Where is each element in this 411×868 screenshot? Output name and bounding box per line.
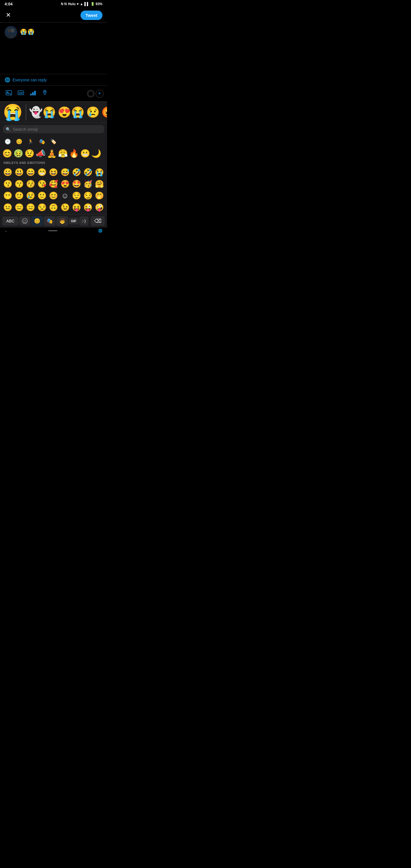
emoji-wink[interactable]: 😉 (60, 202, 70, 213)
tab-objects[interactable]: 🏷️ (48, 137, 59, 147)
delete-button[interactable]: ⌫ (91, 216, 105, 226)
emoji-sweat-smile[interactable]: 😅 (60, 167, 70, 178)
keyboard-down-button[interactable]: ⌄ (5, 229, 7, 233)
strip-emoji-1[interactable]: 😊 (2, 149, 12, 158)
emoji-upside-down[interactable]: 🙃 (48, 202, 59, 213)
status-bar: 4:04 N N Hulu ♥ ▲ ▌▌ 🔋 93% (0, 0, 107, 8)
strip-emoji-8[interactable]: 😬 (80, 149, 90, 158)
emoji-tear[interactable]: 😢 (25, 190, 36, 201)
emoji-unamused[interactable]: 😒 (36, 202, 48, 213)
reply-setting-label: Everyone can reply (12, 78, 47, 82)
emoji-kissing[interactable]: 😗 (2, 179, 13, 190)
avatar-image (5, 26, 17, 38)
abc-button[interactable]: ABC (2, 216, 19, 225)
featured-emoji-crying[interactable]: 😭 (3, 104, 26, 120)
gif-keyboard-button[interactable]: GIF (69, 218, 78, 224)
signal-icon: ▌▌ (85, 2, 89, 6)
tab-people[interactable]: 🏃 (25, 137, 36, 147)
emoji-stuck-out[interactable]: 😝 (71, 202, 82, 213)
emoji-no-mouth[interactable]: 😶 (2, 190, 13, 201)
battery-icon: 🔋 93% (91, 2, 102, 6)
emoji-grinning[interactable]: 😀 (2, 167, 13, 178)
location-button[interactable] (39, 88, 50, 99)
sticker-button[interactable] (19, 216, 31, 225)
tab-smileys[interactable]: 😊 (14, 137, 25, 147)
strip-emoji-9[interactable]: 🌙 (91, 149, 101, 158)
strip-emoji-5[interactable]: 🧘 (47, 149, 57, 158)
emoji-smirk[interactable]: 😏 (83, 190, 93, 201)
close-button[interactable]: ✕ (5, 10, 12, 20)
recent-emoji-heart-eyes[interactable]: 😍😭 (58, 107, 85, 118)
sticker-pack-button[interactable]: 🎭 (44, 216, 56, 226)
heart-icon: ♥ (77, 2, 79, 6)
emoji-hugging[interactable]: 🤗 (94, 179, 105, 190)
memoji-button[interactable]: 🧒 (56, 216, 68, 226)
emoji-blush[interactable]: 😊 (48, 190, 59, 201)
emoji-search-bar[interactable]: 🔍 (3, 125, 104, 133)
emoji-crying[interactable]: 😭 (94, 167, 105, 178)
search-input[interactable] (13, 127, 101, 132)
add-content-button[interactable]: + (96, 90, 104, 98)
strip-emoji-3[interactable]: 😟 (25, 149, 35, 158)
emoji-kissing-closed[interactable]: 😚 (25, 179, 36, 190)
svg-point-10 (44, 91, 45, 92)
keyboard-bottom-bar: ABC 😊 🎭 🧒 GIF :-) ⌫ (0, 214, 107, 227)
emoji-smiling-hearts[interactable]: 🥰 (48, 179, 59, 190)
poll-button[interactable] (27, 88, 38, 99)
status-icons: N N Hulu ♥ ▲ ▌▌ 🔋 93% (61, 2, 102, 6)
emoji-category-tabs: 🕐 😊 🏃 🎭 🏷️ (0, 135, 107, 148)
emoji-expressionless-2[interactable]: 😑 (25, 202, 36, 213)
strip-emoji-4[interactable]: 📣 (36, 149, 46, 158)
svg-point-2 (11, 29, 14, 33)
emoji-zany[interactable]: 🤪 (94, 202, 105, 213)
emoji-rofl[interactable]: 🤣 (71, 167, 82, 178)
status-time: 4:04 (5, 2, 12, 6)
recent-emoji-ghost[interactable]: 👻😭 (29, 107, 56, 118)
tab-activities[interactable]: 🎭 (36, 137, 48, 147)
tab-recent[interactable]: 🕐 (2, 137, 13, 147)
strip-emoji-2[interactable]: 🤢 (13, 149, 23, 158)
hulu-icon: Hulu (68, 2, 76, 6)
emoji-shushing[interactable]: 🤭 (94, 190, 105, 201)
emoji-winking-tongue[interactable]: 😜 (83, 202, 93, 213)
svg-point-1 (7, 29, 11, 33)
emoji-slightly-smile-2[interactable]: 🙂 (36, 190, 48, 201)
svg-point-14 (25, 220, 26, 221)
emoji-slightly-smile[interactable]: 🙂 (14, 190, 25, 201)
emoji-partying[interactable]: 🥳 (83, 179, 93, 190)
tweet-text[interactable]: 😭😭 (20, 26, 102, 70)
strip-emoji-6[interactable]: 😤 (58, 149, 68, 158)
svg-rect-7 (30, 94, 32, 95)
emoji-relieved[interactable]: 😌 (71, 190, 82, 201)
emoji-neutral[interactable]: 😐 (2, 202, 13, 213)
tweet-button[interactable]: Tweet (81, 10, 102, 20)
network-icon: N N (61, 2, 67, 6)
emoji-kissing-heart[interactable]: 😘 (36, 179, 48, 190)
kaomoji-button[interactable]: :-) (79, 216, 89, 225)
emoji-grin[interactable]: 😃 (14, 167, 25, 178)
image-button[interactable] (3, 88, 14, 99)
reply-setting[interactable]: 🌐 Everyone can reply (0, 74, 107, 86)
emoji-picker: 😭 👻😭 😍😭 😢 😡 🔍 🕐 😊 🏃 🎭 🏷️ 😊 🤢 😟 📣 🧘 😤 🔥 😬… (0, 102, 107, 235)
emoji-button[interactable]: 😊 (31, 216, 43, 226)
keyboard-switch-button[interactable]: 🌐 (98, 229, 102, 233)
emoji-beaming[interactable]: 😁 (36, 167, 48, 178)
compose-area: 😭😭 (0, 23, 107, 74)
swipe-bar-container: ⌄ 🌐 (0, 227, 107, 235)
search-icon: 🔍 (6, 127, 10, 132)
emoji-kissing-smiling[interactable]: 😙 (14, 179, 25, 190)
emoji-joy[interactable]: 😄 (25, 167, 36, 178)
recent-emoji-sad[interactable]: 😢 (86, 107, 100, 118)
recent-emoji-angry[interactable]: 😡 (101, 107, 107, 118)
emoji-small-strip: 😊 🤢 😟 📣 🧘 😤 🔥 😬 🌙 (0, 148, 107, 159)
emoji-laughing[interactable]: 😆 (48, 167, 59, 178)
emoji-relaxed[interactable]: ☺️ (60, 190, 70, 201)
strip-emoji-7[interactable]: 🔥 (69, 149, 79, 158)
emoji-star-struck[interactable]: 🤩 (71, 179, 82, 190)
emoji-rolling[interactable]: 🤣 (83, 167, 93, 178)
emoji-heart-eyes[interactable]: 😍 (60, 179, 70, 190)
gif-button[interactable]: GIF (15, 88, 26, 99)
recent-strip: 😭 👻😭 😍😭 😢 😡 (0, 102, 107, 123)
emoji-expressionless[interactable]: 😑 (14, 202, 25, 213)
swipe-indicator (48, 230, 57, 231)
